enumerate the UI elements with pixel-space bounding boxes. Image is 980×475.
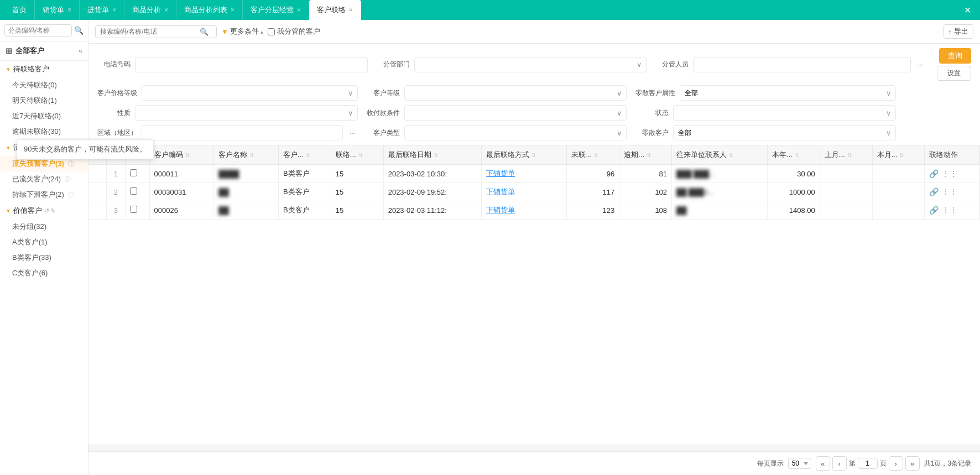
export-btn[interactable]: ↑ 导出 xyxy=(943,24,974,39)
section-value[interactable]: ▼ 价值客户 ↺ ✎ xyxy=(0,202,88,219)
section-pending[interactable]: ▼ 待联络客户 xyxy=(0,61,88,77)
last-page-btn[interactable]: » xyxy=(905,456,920,471)
sidebar-item-ungrouped[interactable]: 未分组(32) xyxy=(0,219,88,234)
row-select-checkbox[interactable] xyxy=(130,169,137,176)
sidebar-item-overdue[interactable]: 逾期未联络(30) xyxy=(0,124,88,139)
row-action[interactable]: 🔗 ⋮⋮ xyxy=(925,183,980,201)
close-all-tabs[interactable]: ✕ xyxy=(960,5,976,15)
nature-select[interactable] xyxy=(135,105,358,121)
settings-btn[interactable]: 设置 xyxy=(937,66,971,81)
row-action[interactable]: 🔗 ⋮⋮ xyxy=(925,201,980,220)
sidebar-search-input[interactable] xyxy=(4,24,72,36)
row-last-way[interactable]: 下销货单 xyxy=(482,165,567,183)
more-conditions-btn[interactable]: ▼ 更多条件 ▴ xyxy=(221,27,263,36)
action-link-icon[interactable]: 🔗 xyxy=(929,169,939,178)
dept-select[interactable] xyxy=(414,57,647,72)
sidebar-item-today[interactable]: 今天待联络(0) xyxy=(0,77,88,93)
sidebar-item-c-class[interactable]: C类客户(6) xyxy=(0,265,88,281)
sort-last-date-icon[interactable]: ⇅ xyxy=(434,152,438,158)
customer-type-select[interactable] xyxy=(404,125,627,140)
page-input[interactable] xyxy=(858,458,878,469)
action-menu-icon[interactable]: ⋮⋮ xyxy=(942,187,957,196)
sort-this-month-icon[interactable]: ⇅ xyxy=(899,152,904,158)
sort-code-icon[interactable]: ⇅ xyxy=(185,152,190,158)
sort-contacts-icon[interactable]: ⇅ xyxy=(729,152,733,158)
prev-page-btn[interactable]: ‹ xyxy=(832,456,847,471)
tab-sales-close[interactable]: × xyxy=(67,6,71,14)
row-checkbox[interactable] xyxy=(126,201,149,220)
action-link-icon[interactable]: 🔗 xyxy=(929,187,939,196)
tab-goods-list-close[interactable]: × xyxy=(231,6,234,14)
phone-input[interactable] xyxy=(135,57,368,72)
th-overdue[interactable]: 逾期... ⇅ xyxy=(619,145,672,165)
tab-purchase[interactable]: 进货单 × xyxy=(80,0,124,20)
sort-type-icon[interactable]: ⇅ xyxy=(306,152,310,158)
tab-goods-analysis[interactable]: 商品分析 × xyxy=(124,0,176,20)
person-input[interactable] xyxy=(693,57,911,72)
action-link-icon[interactable]: 🔗 xyxy=(929,206,939,215)
customer-level-select[interactable] xyxy=(404,85,627,101)
th-name[interactable]: 客户名称 ⇅ xyxy=(214,145,279,165)
th-contact[interactable]: 联络... ⇅ xyxy=(331,145,383,165)
value-refresh-icon[interactable]: ↺ xyxy=(44,207,49,215)
retail-attr-select[interactable]: 全部 xyxy=(680,85,896,101)
price-level-select[interactable] xyxy=(142,85,358,101)
region-more-icon[interactable]: ··· xyxy=(347,129,358,137)
row-select-checkbox[interactable] xyxy=(130,187,137,195)
sidebar-search-icon[interactable]: 🔍 xyxy=(74,26,84,35)
tab-purchase-close[interactable]: × xyxy=(112,6,116,14)
th-code[interactable]: 客户编码 ⇅ xyxy=(149,145,214,165)
action-menu-icon[interactable]: ⋮⋮ xyxy=(942,206,957,215)
region-input[interactable] xyxy=(142,125,343,140)
row-checkbox[interactable] xyxy=(126,165,149,183)
sidebar-item-7days[interactable]: 近7天待联络(0) xyxy=(0,108,88,124)
search-btn-icon[interactable]: 🔍 xyxy=(200,28,208,36)
retail-customer-select[interactable]: 全部 xyxy=(673,125,896,140)
th-type[interactable]: 客户... ⇅ xyxy=(278,145,331,165)
row-checkbox[interactable] xyxy=(126,183,149,201)
first-page-btn[interactable]: « xyxy=(816,456,830,471)
tab-customer-contact[interactable]: 客户联络 × xyxy=(309,0,361,20)
th-this-year[interactable]: 本年... ⇅ xyxy=(767,145,820,165)
sort-contact-icon[interactable]: ⇅ xyxy=(358,152,363,158)
sidebar-item-declining[interactable]: 持续下滑客户(2) ⓘ xyxy=(0,187,88,202)
search-input[interactable] xyxy=(100,28,200,35)
sort-overdue-icon[interactable]: ⇅ xyxy=(647,152,651,158)
row-last-way[interactable]: 下销货单 xyxy=(482,201,567,220)
sort-last-way-icon[interactable]: ⇅ xyxy=(531,152,536,158)
tab-customer-layer-close[interactable]: × xyxy=(297,6,301,14)
status-select[interactable] xyxy=(673,105,896,121)
tab-customer-layer[interactable]: 客户分层经营 × xyxy=(243,0,309,20)
horizontal-scrollbar[interactable] xyxy=(88,445,980,451)
sidebar-all-customers[interactable]: ⊞ 全部客户 « xyxy=(0,41,88,61)
sort-last-month-icon[interactable]: ⇅ xyxy=(847,152,852,158)
th-last-way[interactable]: 最后联络方式 ⇅ xyxy=(482,145,567,165)
sidebar-item-b-class[interactable]: B类客户(33) xyxy=(0,250,88,265)
tab-goods-list[interactable]: 商品分析列表 × xyxy=(176,0,243,20)
collapse-icon[interactable]: « xyxy=(79,47,82,55)
th-this-month[interactable]: 本月... ⇅ xyxy=(872,145,925,165)
row-action[interactable]: 🔗 ⋮⋮ xyxy=(925,165,980,183)
query-btn[interactable]: 查询 xyxy=(939,48,971,64)
row-select-checkbox[interactable] xyxy=(130,206,137,213)
tab-sales[interactable]: 销货单 × xyxy=(35,0,80,20)
sidebar-item-a-class[interactable]: A类客户(1) xyxy=(0,234,88,250)
row-last-way[interactable]: 下销货单 xyxy=(482,183,567,201)
my-customers-checkbox[interactable] xyxy=(268,28,275,35)
value-settings-icon[interactable]: ✎ xyxy=(50,207,55,215)
th-contacts-person[interactable]: 往来单位联系人 ⇅ xyxy=(672,145,768,165)
tab-goods-analysis-close[interactable]: × xyxy=(164,6,168,14)
sidebar-item-tomorrow[interactable]: 明天待联络(1) xyxy=(0,93,88,108)
tab-home[interactable]: 首页 xyxy=(4,0,35,20)
next-page-btn[interactable]: › xyxy=(889,456,903,471)
per-page-select[interactable]: 50 xyxy=(788,458,811,469)
th-no-contact[interactable]: 未联... ⇅ xyxy=(567,145,619,165)
person-more-icon[interactable]: ··· xyxy=(915,60,926,69)
payment-select[interactable] xyxy=(404,105,627,121)
sidebar-item-churned[interactable]: 已流失客户(24) ⓘ xyxy=(0,171,88,187)
sort-name-icon[interactable]: ⇅ xyxy=(249,152,254,158)
action-menu-icon[interactable]: ⋮⋮ xyxy=(942,169,957,178)
th-last-date[interactable]: 最后联络日期 ⇅ xyxy=(383,145,482,165)
sort-this-year-icon[interactable]: ⇅ xyxy=(795,152,799,158)
tab-customer-contact-close[interactable]: × xyxy=(349,6,353,14)
